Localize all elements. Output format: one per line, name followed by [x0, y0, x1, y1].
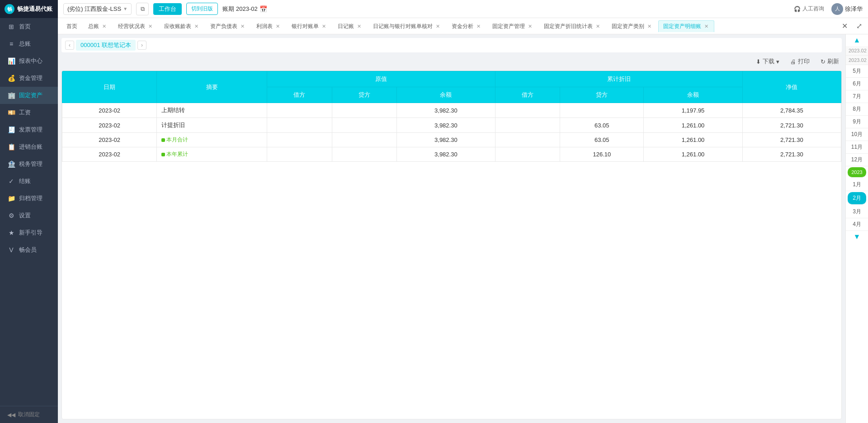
tab-固定资产折旧统计表[interactable]: 固定资产折旧统计表✕ — [539, 20, 606, 32]
timeline-entry-5月[interactable]: 5月 — [846, 65, 868, 78]
tab-close-icon[interactable]: ✕ — [101, 23, 107, 29]
timeline-entry-8月[interactable]: 8月 — [846, 103, 868, 116]
sidebar-item-发票管理[interactable]: 🧾 发票管理 — [0, 121, 58, 138]
tab-close-icon[interactable]: ✕ — [193, 23, 199, 29]
sidebar-item-设置[interactable]: ⚙ 设置 — [0, 207, 58, 224]
sidebar-item-归档管理[interactable]: 📁 归档管理 — [0, 190, 58, 207]
tab-close-icon[interactable]: ✕ — [434, 23, 441, 29]
tab-利润表[interactable]: 利润表✕ — [251, 20, 286, 32]
refresh-icon: ↻ — [821, 58, 826, 65]
timeline-entry-7月[interactable]: 7月 — [846, 90, 868, 103]
prev-tab-arrow[interactable]: ‹ — [65, 41, 74, 50]
copy-icon[interactable]: ⧉ — [136, 3, 149, 15]
tab-日记账与银行对账单核对[interactable]: 日记账与银行对账单核对✕ — [368, 20, 446, 32]
timeline-entry-9月[interactable]: 9月 — [846, 116, 868, 128]
sidebar-item-首页[interactable]: ⊞ 首页 — [0, 18, 58, 35]
nav-label: 首页 — [19, 23, 31, 31]
timeline-entry-2023: 2023 — [848, 167, 866, 178]
tab-固定资产明细账[interactable]: 固定资产明细账✕ — [658, 20, 714, 32]
sidebar-item-总账[interactable]: ≡ 总账 — [0, 35, 58, 52]
download-button[interactable]: ⬇ 下载 ▾ — [753, 56, 782, 67]
user-menu[interactable]: 人 徐泽华 — [831, 3, 863, 15]
sidebar-item-新手引导[interactable]: ★ 新手引导 — [0, 224, 58, 241]
tab-close-icon[interactable]: ✕ — [594, 23, 601, 29]
timeline-scroll-down[interactable]: ▼ — [846, 231, 868, 243]
refresh-button[interactable]: ↻ 刷新 — [818, 56, 842, 67]
company-selector[interactable]: (劣位) 江西股金-LSS ▼ — [63, 3, 132, 15]
nav-label: 结账 — [19, 177, 31, 185]
tab-close-icon[interactable]: ✕ — [356, 23, 362, 29]
period-selector[interactable]: 账期 2023-02 📅 — [222, 5, 267, 13]
tab-close-icon[interactable]: ✕ — [274, 23, 281, 29]
tab-close-icon[interactable]: ✕ — [147, 23, 153, 29]
service-button[interactable]: 🎧 人工咨询 — [794, 5, 824, 13]
tab-日记账[interactable]: 日记账✕ — [333, 20, 367, 32]
sidebar-item-资金管理[interactable]: 💰 资金管理 — [0, 70, 58, 87]
tab-固定资产管理[interactable]: 固定资产管理✕ — [487, 20, 538, 32]
timeline-entry-1月[interactable]: 1月 — [846, 179, 868, 191]
td-yz-credit — [332, 118, 396, 133]
th-date: 日期 — [62, 71, 157, 103]
period-value: 2023-02 — [236, 5, 258, 12]
td-yz-debit — [267, 118, 332, 133]
th-lj-debit: 借方 — [495, 87, 560, 103]
tab-经营状况表[interactable]: 经营状况表✕ — [113, 20, 158, 32]
tab-资金分析[interactable]: 资金分析✕ — [447, 20, 486, 32]
sidebar-item-报表中心[interactable]: 📊 报表中心 — [0, 52, 58, 70]
nav-label: 工资 — [19, 108, 31, 117]
workbench-button[interactable]: 工作台 — [153, 3, 182, 15]
nav-label: 设置 — [19, 212, 31, 220]
timeline-entry-11月[interactable]: 11月 — [846, 141, 868, 154]
sidebar-item-工资[interactable]: 💴 工资 — [0, 104, 58, 121]
timeline-entry-6月[interactable]: 6月 — [846, 78, 868, 90]
sidebar-item-税务管理[interactable]: 🏦 税务管理 — [0, 155, 58, 173]
maximize-icon[interactable]: ⤢ — [854, 21, 864, 32]
tab-银行对账单[interactable]: 银行对账单✕ — [287, 20, 332, 32]
tab-close-icon[interactable]: ✕ — [321, 23, 327, 29]
sub-tab-item[interactable]: 000001 联想笔记本 — [76, 40, 136, 51]
nav-icon: 🏢 — [7, 92, 15, 99]
close-all-icon[interactable]: ✕ — [839, 21, 850, 32]
tab-close-icon[interactable]: ✕ — [475, 23, 481, 29]
td-yz-credit — [332, 133, 396, 147]
tab-close-icon[interactable]: ✕ — [239, 23, 245, 29]
headset-icon: 🎧 — [794, 6, 801, 12]
tab-固定资产类别[interactable]: 固定资产类别✕ — [607, 20, 657, 32]
next-tab-arrow[interactable]: › — [137, 41, 146, 50]
td-lj-balance: 1,261.00 — [644, 147, 742, 162]
sidebar: 畅 畅捷通易代账 ⊞ 首页≡ 总账📊 报表中心💰 资金管理🏢 固定资产💴 工资🧾… — [0, 0, 58, 423]
td-summary: 计提折旧 — [157, 118, 267, 133]
sidebar-item-畅会员[interactable]: V 畅会员 — [0, 241, 58, 258]
sidebar-item-进销台账[interactable]: 📋 进销台账 — [0, 138, 58, 155]
tab-首页[interactable]: 首页 — [61, 20, 82, 32]
timeline-entry-4月[interactable]: 4月 — [846, 218, 868, 231]
tab-close-icon[interactable]: ✕ — [527, 23, 533, 29]
timeline-entry-3月[interactable]: 3月 — [846, 206, 868, 218]
nav-label: 新手引导 — [19, 229, 42, 237]
table-row: 2023-02 本年累计 3,982.30 126.10 1,261.00 2,… — [62, 147, 841, 162]
topbar: (劣位) 江西股金-LSS ▼ ⧉ 工作台 切到旧版 账期 2023-02 📅 … — [58, 0, 868, 18]
sub-tab-label: 000001 联想笔记本 — [80, 41, 131, 49]
sidebar-item-固定资产[interactable]: 🏢 固定资产 — [0, 87, 58, 104]
tab-应收账龄表[interactable]: 应收账龄表✕ — [159, 20, 204, 32]
timeline-entry-12月[interactable]: 12月 — [846, 154, 868, 166]
nav-label: 进销台账 — [19, 143, 42, 151]
th-yuanzhi: 原值 — [267, 71, 495, 87]
tab-资产负债表[interactable]: 资产负债表✕ — [205, 20, 250, 32]
tab-close-icon[interactable]: ✕ — [703, 23, 709, 29]
nav-icon: V — [7, 246, 15, 254]
tab-总账[interactable]: 总账✕ — [83, 20, 112, 32]
timeline-entry-2月[interactable]: 2月 — [848, 192, 866, 205]
sidebar-item-结账[interactable]: ✓ 结账 — [0, 173, 58, 190]
td-lj-debit — [495, 147, 560, 162]
print-button[interactable]: 🖨 打印 — [788, 56, 812, 67]
td-lj-credit: 63.05 — [560, 133, 644, 147]
timeline-scroll-up[interactable]: ▲ — [846, 34, 868, 46]
switch-button[interactable]: 切到旧版 — [186, 3, 218, 15]
sidebar-bottom[interactable]: ◀◀ 取消固定 — [0, 406, 58, 423]
nav-label: 畅会员 — [19, 246, 37, 254]
td-lj-debit — [495, 118, 560, 133]
download-arrow-icon: ▾ — [776, 58, 779, 65]
timeline-entry-10月[interactable]: 10月 — [846, 128, 868, 141]
tab-close-icon[interactable]: ✕ — [646, 23, 652, 29]
